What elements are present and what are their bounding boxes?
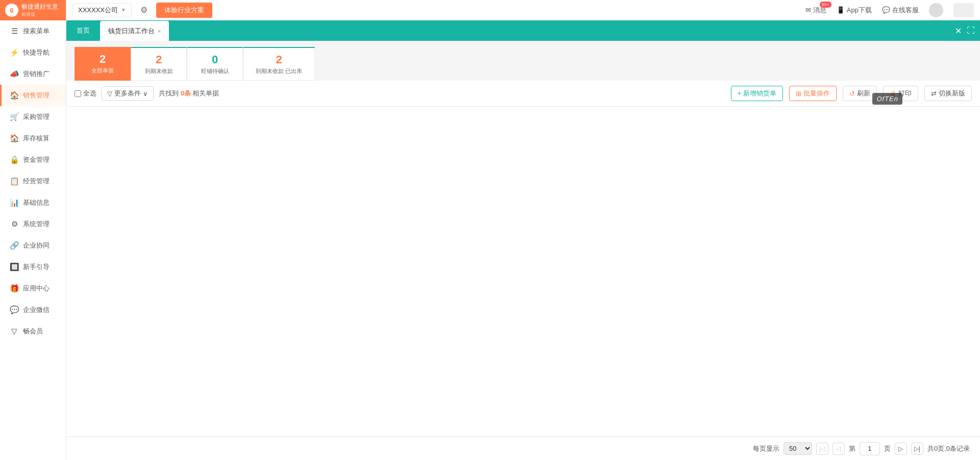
page-size-select[interactable]: 102050100 (783, 442, 812, 455)
sidebar-icon-basic-info: 📊 (10, 198, 19, 207)
sidebar-icon-newbie-guide: 🔲 (10, 262, 19, 272)
sidebar-label-sales-mgmt: 销售管理 (23, 91, 50, 100)
sidebar-item-finance-mgmt[interactable]: 🔒资金管理 (0, 149, 66, 171)
sidebar-label-finance-mgmt: 资金管理 (23, 155, 50, 164)
batch-ops-btn[interactable]: ⊞ 批量操作 (789, 86, 837, 101)
found-text: 共找到 0条 相关单据 (159, 89, 219, 98)
sidebar-item-enterprise-wechat[interactable]: 💬企业微信 (0, 299, 66, 321)
page-input[interactable] (860, 442, 880, 455)
trial-btn[interactable]: 体验行业方案 (156, 3, 212, 18)
select-all-checkbox[interactable] (75, 90, 81, 97)
work-area: 2 全部单据 2 到期未收款 0 旺铺待确认 2 到期未收款 已出库 全选 ▽ … (66, 41, 980, 460)
main-content: XXXXXX公司 ▼ ⚙ 体验行业方案 ✉ 消息 99+ 📱 App下载 💬 在… (66, 0, 980, 460)
message-action[interactable]: ✉ 消息 99+ (805, 6, 826, 15)
stats-tabs: 2 全部单据 2 到期未收款 0 旺铺待确认 2 到期未收款 已出库 (66, 41, 980, 81)
online-service-label: 在线客服 (892, 6, 919, 15)
stat-label-all: 全部单据 (91, 67, 114, 75)
stat-tab-overdue-unshipped[interactable]: 2 到期未收款 已出库 (243, 47, 315, 81)
sidebar-icon-enterprise-wechat: 💬 (10, 305, 19, 314)
sidebar-icon-finance-mgmt: 🔒 (10, 155, 19, 164)
select-all-checkbox-label[interactable]: 全选 (75, 89, 96, 98)
sidebar-label-member: 畅会员 (23, 327, 43, 336)
page-next-btn[interactable]: ▷ (895, 443, 907, 455)
sidebar-label-search-menu: 搜索菜单 (23, 27, 50, 36)
tab-bar-expand-icon[interactable]: ⛶ (967, 26, 975, 35)
sidebar-item-member[interactable]: ▽畅会员 (0, 321, 66, 342)
found-count: 0条 (181, 89, 191, 97)
sidebar-label-quick-nav: 快捷导航 (23, 48, 50, 57)
sidebar-item-inventory[interactable]: 🏠库存核算 (0, 128, 66, 149)
stat-label-overdue-unpaid: 到期未收款 (145, 67, 173, 75)
tab-active-label: 钱货日清工作台 (108, 27, 155, 36)
sidebar-item-purchase-mgmt[interactable]: 🛒采购管理 (0, 106, 66, 128)
stat-num-overdue-unpaid: 2 (156, 53, 162, 66)
page-last-btn[interactable]: ▷| (911, 443, 923, 455)
switch-icon: ⇄ (931, 90, 937, 98)
message-badge: 99+ (820, 2, 831, 8)
sidebar-icon-system-mgmt: ⚙ (10, 220, 19, 229)
stat-tab-all[interactable]: 2 全部单据 (75, 47, 131, 81)
company-selector[interactable]: XXXXXX公司 ▼ (72, 3, 132, 17)
sidebar-label-basic-info: 基础信息 (23, 198, 50, 207)
sidebar-item-newbie-guide[interactable]: 🔲新手引导 (0, 256, 66, 278)
refresh-btn[interactable]: ↺ 刷新 (843, 86, 877, 101)
user-name-area (953, 3, 974, 17)
sidebar-item-enterprise-collab[interactable]: 🔗企业协同 (0, 235, 66, 256)
online-service-icon: 💬 (882, 6, 890, 14)
sidebar-item-operation-mgmt[interactable]: 📋经营管理 (0, 171, 66, 192)
tab-bar-close-icon[interactable]: ✕ (955, 26, 962, 36)
sidebar-icon-sales-mgmt: 🏠 (10, 91, 19, 100)
page-prev-btn[interactable]: ◁ (832, 443, 845, 455)
table-area (66, 107, 980, 437)
tab-home[interactable]: 首页 (66, 20, 100, 41)
add-sales-order-btn[interactable]: + 新增销货单 (731, 86, 783, 101)
switch-version-btn[interactable]: ⇄ 切换新版 (924, 86, 972, 101)
sidebar-item-marketing[interactable]: 📣营销推广 (0, 63, 66, 85)
stat-num-overdue-unshipped: 2 (276, 53, 282, 66)
settings-icon[interactable]: ⚙ (137, 3, 151, 17)
page-first-btn[interactable]: |◁ (816, 443, 828, 455)
sidebar-item-system-mgmt[interactable]: ⚙系统管理 (0, 213, 66, 235)
filter-icon: ▽ (107, 90, 112, 98)
sidebar-icon-marketing: 📣 (10, 69, 19, 79)
sidebar-label-system-mgmt: 系统管理 (23, 220, 50, 229)
sidebar-item-basic-info[interactable]: 📊基础信息 (0, 192, 66, 213)
company-name: XXXXXX公司 (78, 6, 118, 15)
stat-tab-overdue-unpaid[interactable]: 2 到期未收款 (131, 47, 187, 81)
message-icon: ✉ (805, 6, 811, 14)
sidebar-item-quick-nav[interactable]: ⚡快捷导航 (0, 42, 66, 63)
toolbar: 全选 ▽ 更多条件 ∨ 共找到 0条 相关单据 + 新增销货单 ⊞ 批量操作 ↺… (66, 81, 980, 107)
page-size-label: 每页显示 (753, 444, 779, 453)
tab-bar: 首页 钱货日清工作台 × ✕ ⛶ (66, 20, 980, 41)
sidebar-item-app-center[interactable]: 🎁应用中心 (0, 278, 66, 299)
stat-label-wangpu-pending: 旺铺待确认 (201, 67, 229, 75)
top-header: XXXXXX公司 ▼ ⚙ 体验行业方案 ✉ 消息 99+ 📱 App下载 💬 在… (66, 0, 980, 20)
filter-btn[interactable]: ▽ 更多条件 ∨ (102, 86, 154, 101)
online-service-action[interactable]: 💬 在线客服 (882, 6, 919, 15)
stat-num-wangpu-pending: 0 (212, 53, 218, 66)
sidebar-icon-search-menu: ☰ (10, 27, 19, 36)
tab-active[interactable]: 钱货日清工作台 × (100, 21, 169, 41)
pagination: 每页显示 102050100 |◁ ◁ 第 页 ▷ ▷| 共0页,0条记录 (66, 437, 980, 460)
app-download-label: App下载 (847, 6, 872, 15)
filter-dropdown-icon: ∨ (143, 90, 148, 98)
sidebar-menu: ☰搜索菜单⚡快捷导航📣营销推广🏠销售管理🛒采购管理🏠库存核算🔒资金管理📋经营管理… (0, 20, 66, 460)
app-subtitle: 标准版 (21, 11, 58, 18)
filter-label: 更多条件 (114, 89, 141, 98)
sidebar-icon-purchase-mgmt: 🛒 (10, 112, 19, 122)
batch-icon: ⊞ (796, 90, 801, 98)
app-title: 畅捷通好生意 (21, 3, 58, 11)
stat-num-all: 2 (100, 53, 106, 66)
app-download-action[interactable]: 📱 App下载 (837, 6, 872, 15)
sidebar-item-search-menu[interactable]: ☰搜索菜单 (0, 20, 66, 42)
avatar[interactable] (929, 3, 943, 17)
sidebar-label-app-center: 应用中心 (23, 284, 50, 293)
sidebar-label-inventory: 库存核算 (23, 134, 50, 143)
tab-close-icon[interactable]: × (158, 28, 161, 34)
sidebar-icon-member: ▽ (10, 327, 19, 336)
page-unit: 页 (884, 444, 891, 453)
refresh-icon: ↺ (849, 90, 855, 98)
stat-tab-wangpu-pending[interactable]: 0 旺铺待确认 (187, 47, 243, 81)
sidebar-item-sales-mgmt[interactable]: 🏠销售管理 (0, 85, 66, 106)
sidebar-icon-enterprise-collab: 🔗 (10, 241, 19, 250)
